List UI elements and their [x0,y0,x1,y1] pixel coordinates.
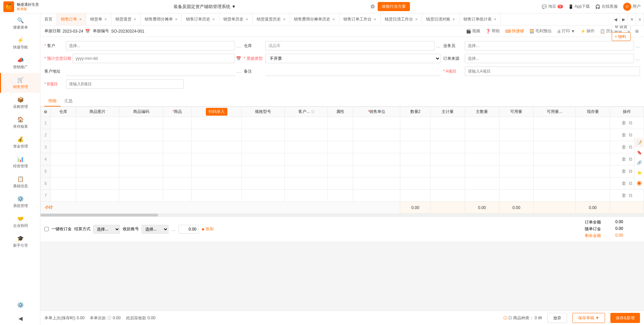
row-copy-1[interactable]: ⧉ [628,119,633,126]
save-draft-btn[interactable]: 保存草稿 ▼ [572,313,605,323]
row-main-qty-3[interactable] [465,141,499,153]
row-image-2[interactable] [76,129,119,141]
tab-close-sales_stat[interactable]: ✕ [494,17,496,21]
help-btn[interactable]: ❓ 帮助 [484,28,501,35]
row-spec-2[interactable] [241,129,285,141]
discard-btn[interactable]: 放弃 [547,313,567,323]
tab-sales_fee[interactable]: 销售费用分摊单✕ [141,13,182,26]
row-stock-7[interactable] [575,190,610,202]
row-main-qty-1[interactable] [465,117,499,129]
layout-grid-btn[interactable]: ⊞ [634,28,640,34]
calendar-icon[interactable]: 📅 [85,29,90,34]
row-spec-3[interactable] [241,141,285,153]
tab-close-sales_bill[interactable]: ✕ [104,17,107,21]
row-main-unit-2[interactable] [430,129,465,141]
row-avail-qty-2[interactable] [499,129,533,141]
tab-sales_order[interactable]: 销售订单✕ [57,13,86,26]
right-tb-orange-btn[interactable]: ◉ [635,178,644,188]
row-attribute-1[interactable] [328,117,353,129]
th-setting[interactable]: ⚙ [41,107,51,117]
row-image-5[interactable] [76,165,119,177]
row-delete-2[interactable]: 🗑 [621,131,627,138]
row-goods-5[interactable] [163,165,192,177]
row-unit-5[interactable] [353,165,400,177]
sidebar-item-sales[interactable]: 🛒 销售管理 [0,73,40,93]
sidebar-item-operation[interactable]: 📊 经营管理 [0,152,40,172]
sidebar-item-inventory[interactable]: 🏠 库存核算 [0,113,40,132]
row-code-3[interactable] [119,141,163,153]
customer-input[interactable] [66,41,235,50]
tab-home[interactable]: 首页 [40,13,57,26]
solution-btn[interactable]: 体验行业方案 [378,2,410,11]
row-unit-1[interactable] [353,117,400,129]
row-image-6[interactable] [76,177,119,190]
row-attribute-2[interactable] [328,129,353,141]
a-project-input[interactable] [465,67,640,76]
warehouse-dots-btn[interactable]: … [436,43,441,48]
row-qty2-5[interactable] [400,165,430,177]
online-support-item[interactable]: 🎧 在线客服 [595,4,618,9]
address-input[interactable] [66,67,235,76]
row-attribute-4[interactable] [328,153,353,165]
sidebar-item-finance[interactable]: 💰 资金管理 [0,132,40,152]
row-spec-5[interactable] [241,165,285,177]
row-code-7[interactable] [119,190,163,202]
row-qty2-1[interactable] [400,117,430,129]
row-warehouse-6[interactable] [51,177,76,190]
row-avail-qty2-6[interactable] [534,177,576,190]
row-customer-code-1[interactable] [285,117,328,129]
row-goods-3[interactable] [163,141,192,153]
add-btn[interactable]: ● 添加 [201,226,214,232]
order-source-input[interactable] [465,54,634,63]
row-main-qty-6[interactable] [465,177,499,190]
row-qty2-3[interactable] [400,141,430,153]
staff-input[interactable] [465,41,634,50]
right-tb-star-btn[interactable]: ⭐ [635,168,644,177]
row-copy-7[interactable]: ⧉ [628,192,633,199]
row-scan-5[interactable] [192,165,241,177]
row-code-4[interactable] [119,153,163,165]
actions-btn[interactable]: ⚡ 操作 [579,28,596,35]
row-scan-7[interactable] [192,190,241,202]
row-main-qty-7[interactable] [465,190,499,202]
row-avail-qty2-2[interactable] [534,129,576,141]
row-attribute-5[interactable] [328,165,353,177]
row-goods-7[interactable] [163,190,192,202]
row-qty2-6[interactable] [400,177,430,190]
tab-close-sales_bill_history[interactable]: ✕ [245,17,248,21]
row-delete-4[interactable]: 🗑 [621,156,627,162]
tab-summary[interactable]: 汇总 [61,96,77,107]
tab-close-sales_order[interactable]: ✕ [79,17,82,21]
tab-menu-btn[interactable]: ≡ [636,13,644,26]
row-qty2-4[interactable] [400,153,430,165]
row-copy-4[interactable]: ⧉ [628,156,633,162]
right-tb-bookmark-btn[interactable]: 🔖 [635,148,644,157]
row-qty2-7[interactable] [400,190,430,202]
shortcut-btn[interactable]: ⌨ 快捷键 [504,28,525,35]
tab-prev-btn[interactable]: ◀ [612,13,620,26]
row-main-unit-3[interactable] [430,141,465,153]
right-tb-note-btn[interactable]: 📝 [635,138,644,147]
row-main-qty-2[interactable] [465,129,499,141]
row-scan-4[interactable] [192,153,241,165]
row-main-unit-5[interactable] [430,165,465,177]
row-goods-4[interactable] [163,153,192,165]
row-scan-2[interactable] [192,129,241,141]
row-spec-4[interactable] [241,153,285,165]
row-avail-qty-1[interactable] [499,117,533,129]
row-warehouse-3[interactable] [51,141,76,153]
row-copy-5[interactable]: ⧉ [628,168,633,174]
warehouse-input[interactable] [265,41,434,50]
tab-sales_return_history[interactable]: 销货退货历史✕ [253,13,290,26]
row-stock-3[interactable] [575,141,610,153]
sidebar-item-system[interactable]: ⚙️ 系统管理 [0,192,40,212]
delivery-cal-icon[interactable]: 📅 [236,56,241,61]
user-item[interactable]: U 用户 [623,3,641,11]
remark-input[interactable] [265,67,441,76]
row-unit-7[interactable] [353,190,400,202]
row-avail-qty-7[interactable] [499,190,533,202]
row-avail-qty2-7[interactable] [534,190,576,202]
row-warehouse-4[interactable] [51,153,76,165]
row-spec-1[interactable] [241,117,285,129]
tab-close-sales_fee_history[interactable]: ✕ [332,17,335,21]
